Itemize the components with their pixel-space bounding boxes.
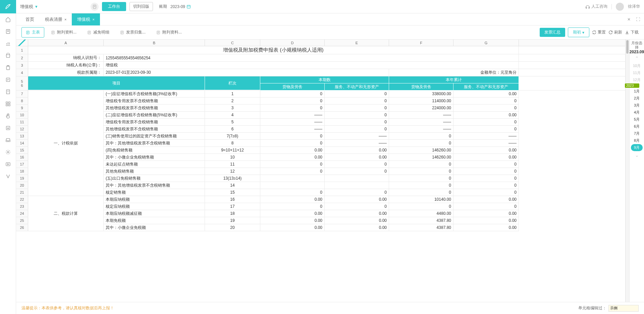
cell[interactable]: (一)应征增值税不含税销售额(3%征收率) [104,90,205,97]
nav-grid-icon[interactable] [0,98,16,110]
cell[interactable]: 114000.00 [389,98,453,104]
cell[interactable]: 0 [389,175,453,182]
cell[interactable]: —— [389,112,453,118]
cell[interactable]: 0 [453,161,519,168]
col-header[interactable]: G [453,40,519,46]
cell[interactable]: 0.00 [260,210,325,217]
cell[interactable]: 0 [260,98,325,104]
cell[interactable]: 0 [325,112,389,118]
cell[interactable]: 0 [453,105,519,111]
cell[interactable]: 0 [389,203,453,210]
cell[interactable]: 0 [260,189,325,196]
cell[interactable]: 0 [453,119,519,125]
cell[interactable]: 其他增值税发票不含税销售额 [104,126,205,132]
cell[interactable]: 0.00 [325,147,389,153]
cell[interactable]: 1 [205,90,260,97]
cell[interactable]: 0.00 [260,217,325,224]
col-header[interactable]: F [389,40,453,46]
cell[interactable]: 0.00 [260,224,325,231]
month-down-icon[interactable]: ⌄ [635,152,639,158]
cell[interactable]: 其他增值税发票不含税销售额 [104,105,205,111]
cell[interactable]: 0 [325,119,389,125]
cell[interactable]: —— [260,112,325,118]
cell[interactable]: 0 [453,203,519,210]
tab-close-icon[interactable]: × [92,17,94,21]
cell[interactable]: 0 [389,140,453,146]
cell[interactable]: —— [325,140,389,146]
col-header[interactable]: D [260,40,325,46]
cell[interactable]: 0 [453,168,519,175]
cell[interactable]: 4387.80 [389,224,453,231]
row-header[interactable]: 3 [16,62,28,69]
company-selector[interactable]: 增值税 ▾ [20,4,87,10]
cell[interactable]: 0.00 [453,196,519,203]
tab-1[interactable]: 税表清册× [40,13,72,25]
row-header[interactable]: 4 [16,69,28,76]
reset-button[interactable]: 重置 [592,29,606,35]
example-input[interactable] [608,305,639,312]
cell[interactable]: 核定销售额 [104,189,205,196]
col-header[interactable]: E [325,40,389,46]
nav-v-icon[interactable] [0,170,16,182]
cell[interactable]: 0 [389,168,453,175]
note-icon-button[interactable] [91,3,99,11]
cell[interactable]: 12 [205,168,260,175]
invoice-summary-button[interactable]: 发票汇总 [540,28,565,37]
month-item[interactable]: 9月 [631,144,643,151]
consult-link[interactable]: 人工咨询 [585,4,607,9]
cell[interactable]: 0.00 [325,154,389,161]
cell[interactable]: 2 [205,98,260,104]
cell[interactable]: 0.00 [325,224,389,231]
cell[interactable]: 0.00 [453,154,519,161]
cell[interactable]: 0 [325,161,389,168]
nav-bag-icon[interactable] [0,50,16,62]
cell[interactable]: 19 [205,217,260,224]
cell[interactable]: 11 [205,161,260,168]
cell[interactable]: 0.00 [453,147,519,153]
cell[interactable]: 0 [453,189,519,196]
cell[interactable]: 其他免税销售额 [104,168,205,175]
cell[interactable]: 4 [205,112,260,118]
cell[interactable] [260,182,325,189]
cell[interactable]: 18 [205,210,260,217]
cell[interactable]: 20 [205,224,260,231]
cell[interactable]: 本期应纳税额 [104,196,205,203]
cell[interactable]: 其中：小微企业免税销售额 [104,154,205,161]
nav-video-icon[interactable] [0,158,16,170]
nav-settings-icon[interactable] [0,146,16,158]
cell[interactable]: 未达起征点销售额 [104,161,205,168]
cell[interactable]: 9=10+11+12 [205,147,260,153]
cell[interactable]: 0.00 [260,147,325,153]
nav-clipboard-icon[interactable] [0,62,16,74]
cell[interactable] [260,175,325,182]
fullscreen-icon[interactable]: ⛶ [635,16,641,23]
subtab-3[interactable]: 发票归集... [116,27,150,38]
cell[interactable]: 其中：其他增值税发票不含税销售额 [104,140,205,146]
cell[interactable]: 0 [453,182,519,189]
cell[interactable]: —— [389,119,453,125]
col-header[interactable]: A [28,40,104,46]
cell[interactable]: 14 [205,182,260,189]
cell[interactable]: 0.00 [453,224,519,231]
cell[interactable]: 0 [389,182,453,189]
month-item[interactable]: 12月 [630,76,644,83]
month-item[interactable]: 1月 [630,88,644,95]
cell[interactable]: 0.00 [453,217,519,224]
cell[interactable]: —— [453,140,519,146]
refresh-button[interactable]: 刷新 [608,29,622,35]
cell[interactable]: 0 [260,161,325,168]
cell[interactable]: 4480.00 [389,210,453,217]
cell[interactable] [325,175,389,182]
cell[interactable]: (四)免税销售额 [104,147,205,153]
month-item[interactable]: 4月 [630,109,644,116]
tab-close-icon[interactable]: × [64,17,66,21]
cell[interactable]: 0 [260,168,325,175]
cell[interactable]: 0 [325,98,389,104]
month-item[interactable]: 7月 [630,130,644,137]
cell[interactable]: 6 [205,126,260,132]
cell[interactable]: 增值税专用发票不含税销售额 [104,119,205,125]
cell[interactable]: 15 [205,189,260,196]
download-button[interactable]: 下载 [625,29,639,35]
nav-building-icon[interactable] [0,86,16,98]
cell[interactable]: 10 [205,154,260,161]
